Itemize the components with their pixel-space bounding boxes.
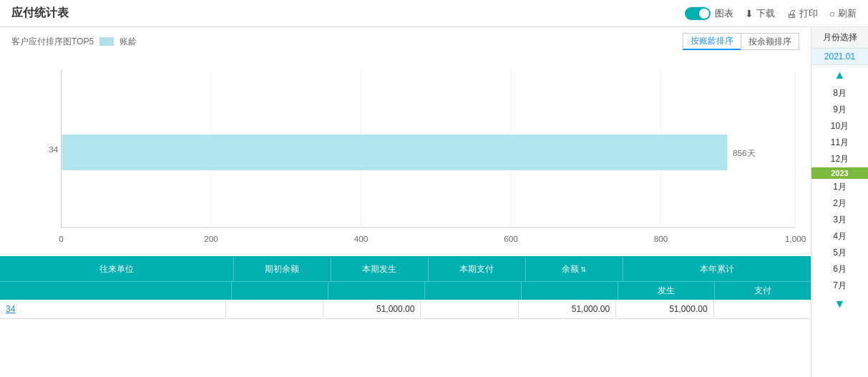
month-9[interactable]: 9月 xyxy=(811,102,868,118)
svg-text:600: 600 xyxy=(504,235,518,243)
chart-svg: 0 200 400 600 800 1,000 34 xyxy=(0,56,811,256)
td-balance: 51,000.00 xyxy=(519,300,616,318)
chart-legend: 客户应付排序图TOP5 账龄 xyxy=(11,36,137,48)
sort-buttons: 按账龄排序 按余额排序 xyxy=(683,33,799,50)
unit-link[interactable]: 34 xyxy=(6,304,15,314)
month-12[interactable]: 12月 xyxy=(811,151,868,167)
th-sub-year-pay: 支付 xyxy=(715,282,811,300)
td-period-start xyxy=(226,300,323,318)
month-6[interactable]: 6月 xyxy=(811,261,868,278)
header-actions: 图表 ⬇ 下载 🖨 打印 ○ 刷新 xyxy=(685,7,857,20)
refresh-button[interactable]: ○ 刷新 xyxy=(829,7,857,20)
td-year-occur: 51,000.00 xyxy=(616,300,713,318)
month-10[interactable]: 10月 xyxy=(811,118,868,134)
month-1[interactable]: 1月 xyxy=(811,179,868,195)
toggle-track[interactable] xyxy=(685,7,711,20)
legend-title: 客户应付排序图TOP5 xyxy=(11,36,94,48)
toggle-thumb xyxy=(699,9,709,19)
print-button[interactable]: 🖨 打印 xyxy=(786,7,818,20)
month-2[interactable]: 2月 xyxy=(811,195,868,212)
nav-up-arrow[interactable]: ▲ xyxy=(832,67,849,84)
page-title: 应付统计表 xyxy=(11,6,69,21)
refresh-label: 刷新 xyxy=(838,7,857,20)
sidebar-nav: ▲ 8月 9月 10月 11月 12月 2023 1月 2月 3月 4月 5月 … xyxy=(811,65,868,314)
month-4[interactable]: 4月 xyxy=(811,228,868,245)
table-area: 往来单位 期初余额 本期发生 本期支付 余额 ⇅ 本年累计 xyxy=(0,256,811,319)
td-period-pay xyxy=(421,300,518,318)
chart-area: 客户应付排序图TOP5 账龄 按账龄排序 按余额排序 xyxy=(0,27,811,377)
svg-text:34: 34 xyxy=(49,145,58,154)
chart-label: 图表 xyxy=(715,7,733,20)
th-balance: 余额 ⇅ xyxy=(526,258,623,281)
svg-text:800: 800 xyxy=(654,235,668,243)
chart-header: 客户应付排序图TOP5 账龄 按账龄排序 按余额排序 xyxy=(0,27,811,56)
svg-text:1,000: 1,000 xyxy=(785,235,806,243)
year-2023-marker: 2023 xyxy=(811,167,868,179)
download-icon: ⬇ xyxy=(745,8,754,19)
balance-sort-icon: ⇅ xyxy=(580,265,586,273)
month-11[interactable]: 11月 xyxy=(811,134,868,151)
download-button[interactable]: ⬇ 下载 xyxy=(745,7,775,20)
th-sub-balance xyxy=(522,282,618,300)
print-label: 打印 xyxy=(799,7,818,20)
svg-text:856天: 856天 xyxy=(733,149,755,157)
sidebar-current-month[interactable]: 2021.01 xyxy=(811,49,868,65)
svg-text:200: 200 xyxy=(204,235,218,243)
th-period-start: 期初余额 xyxy=(234,258,331,281)
th-period-pay: 本期支付 xyxy=(429,258,526,281)
chart-toggle[interactable]: 图表 xyxy=(685,7,733,20)
chart-bar xyxy=(62,134,728,170)
th-sub-unit xyxy=(0,282,232,300)
th-sub-period-occur xyxy=(328,282,425,300)
legend-label: 账龄 xyxy=(120,36,137,48)
download-label: 下载 xyxy=(756,7,775,20)
svg-text:0: 0 xyxy=(59,235,64,243)
sort-by-amount-button[interactable]: 按账龄排序 xyxy=(683,33,741,50)
table-header-row1: 往来单位 期初余额 本期发生 本期支付 余额 ⇅ 本年累计 xyxy=(0,258,811,281)
th-unit: 往来单位 xyxy=(0,258,234,281)
month-7[interactable]: 7月 xyxy=(811,278,868,294)
th-period-occur: 本期发生 xyxy=(331,258,429,281)
sort-by-balance-button[interactable]: 按余额排序 xyxy=(741,33,799,50)
table-row: 34 51,000.00 51,000.00 51,000.00 xyxy=(0,300,811,319)
table-subheader: 发生 支付 xyxy=(0,281,811,300)
print-icon: 🖨 xyxy=(786,8,796,19)
th-sub-period-pay xyxy=(425,282,522,300)
month-5[interactable]: 5月 xyxy=(811,245,868,261)
sidebar: 月份选择 2021.01 ▲ 8月 9月 10月 11月 12月 2023 1月… xyxy=(811,27,868,377)
legend-box xyxy=(99,37,114,46)
td-unit: 34 xyxy=(0,300,226,318)
refresh-icon: ○ xyxy=(829,8,835,19)
chart-svg-wrapper: 0 200 400 600 800 1,000 34 xyxy=(0,56,811,256)
sidebar-header: 月份选择 xyxy=(811,27,868,49)
td-period-occur: 51,000.00 xyxy=(323,300,421,318)
th-sub-period-start xyxy=(232,282,328,300)
th-year-total: 本年累计 xyxy=(623,258,811,281)
svg-text:400: 400 xyxy=(354,235,369,243)
month-8[interactable]: 8月 xyxy=(811,85,868,102)
main-content: 客户应付排序图TOP5 账龄 按账龄排序 按余额排序 xyxy=(0,27,868,377)
nav-down-arrow[interactable]: ▼ xyxy=(832,295,849,313)
td-year-pay xyxy=(714,300,811,318)
th-sub-year-occur: 发生 xyxy=(618,282,715,300)
header: 应付统计表 图表 ⬇ 下载 🖨 打印 ○ 刷新 xyxy=(0,0,868,27)
month-3[interactable]: 3月 xyxy=(811,212,868,228)
